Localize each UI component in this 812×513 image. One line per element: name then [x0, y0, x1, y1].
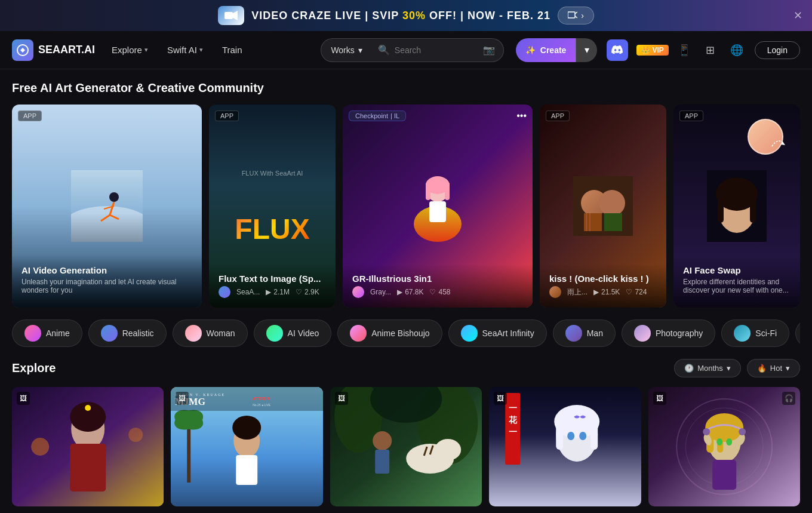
nav-train[interactable]: Train	[215, 41, 250, 59]
aivideo-thumb	[266, 325, 283, 342]
man-thumb	[565, 325, 582, 342]
hot-chevron-icon: ▾	[786, 364, 790, 373]
banner-video-icon	[218, 6, 244, 25]
category-woman[interactable]: Woman	[173, 320, 248, 347]
featured-card-2[interactable]: FLUX With SeaArt AI FLUX APP Flux Text t…	[209, 105, 336, 308]
card-5-overlay: AI Face Swap Explore different identitie…	[673, 256, 800, 308]
card-1-title: AI Video Generation	[21, 265, 192, 275]
translate-icon-button[interactable]: 🌐	[726, 39, 748, 61]
category-anime-bishoujo[interactable]: Anime Bishoujo	[337, 320, 442, 347]
card-2-avatar	[219, 286, 230, 298]
nav-swift-ai[interactable]: Swift AI ▾	[160, 41, 210, 59]
card-4-author: 雨上...	[567, 287, 588, 297]
search-icon: 🔍	[378, 44, 390, 56]
svg-point-84	[739, 428, 746, 435]
svg-text:No.25 ● LIVE: No.25 ● LIVE	[253, 403, 272, 407]
grid-icon-button[interactable]: ⊞	[700, 39, 721, 61]
search-input[interactable]	[395, 45, 478, 55]
card-3-menu[interactable]: •••	[516, 110, 527, 121]
hot-filter-button[interactable]: 🔥 Hot ▾	[747, 359, 800, 377]
svg-rect-15	[429, 201, 446, 222]
featured-card-3[interactable]: Checkpoint| IL ••• GR-Illustrious 3in1 G…	[343, 105, 533, 308]
card-3-avatar	[352, 286, 364, 298]
featured-card-5[interactable]: APP AI Face Swap Explore different ident…	[673, 105, 800, 308]
search-bar: Works ▾ 🔍 📷	[321, 38, 503, 62]
svg-point-70	[567, 432, 574, 440]
months-filter-button[interactable]: 🕐 Months ▾	[674, 359, 741, 377]
card-4-likes: ♡ 724	[626, 288, 647, 296]
card-3-author: Gray...	[370, 288, 391, 296]
swift-chevron-icon: ▾	[199, 46, 203, 54]
category-anime[interactable]: Anime	[12, 320, 82, 347]
works-chevron-icon: ▾	[358, 45, 362, 55]
explore-title: Explore	[12, 361, 56, 375]
svg-point-59	[373, 431, 392, 450]
category-landscape[interactable]: Landscape	[795, 320, 800, 347]
nav-explore[interactable]: Explore ▾	[104, 41, 155, 59]
mobile-icon-button[interactable]: 📱	[673, 39, 695, 61]
explore-grid: 🖼	[12, 387, 800, 506]
create-dropdown-button[interactable]: ▾	[576, 38, 597, 62]
explore-card-1[interactable]: 🖼	[12, 387, 164, 506]
svg-point-83	[703, 428, 710, 435]
explore-header: Explore 🕐 Months ▾ 🔥 Hot ▾	[12, 359, 800, 377]
card-2-stats: SeaA... ▶ 2.1M ♡ 2.9K	[219, 286, 326, 298]
card-3-badge: Checkpoint| IL	[349, 110, 406, 121]
svg-point-56	[435, 439, 461, 460]
anime2-thumb	[350, 325, 367, 342]
explore-card-4[interactable]: 一 花 一 🖼	[489, 387, 641, 506]
svg-rect-30	[750, 193, 756, 223]
svg-rect-45	[236, 455, 258, 485]
banner-close-button[interactable]: ✕	[793, 9, 802, 22]
vip-badge[interactable]: 👑 VIP	[636, 45, 668, 56]
svg-rect-40	[187, 423, 191, 483]
card-3-title: GR-Illustrious 3in1	[352, 274, 523, 284]
card-3-stats: Gray... ▶ 67.8K ♡ 458	[352, 286, 523, 298]
category-man[interactable]: Man	[553, 320, 616, 347]
explore-card-2[interactable]: BYRON V. KRUAGE MJMG ATTROR No.25 ● LIVE…	[171, 387, 322, 506]
card-1-badge: APP	[18, 110, 42, 121]
crown-icon: 👑	[641, 46, 650, 54]
camera-icon[interactable]: 📷	[483, 44, 495, 56]
svg-point-71	[579, 432, 586, 440]
explore-card-5[interactable]: 🎧 🖼	[648, 387, 800, 506]
card-5-title: AI Face Swap	[683, 265, 791, 275]
card-3-overlay: GR-Illustrious 3in1 Gray... ▶ 67.8K ♡ 45…	[343, 264, 533, 308]
card-2-likes: ♡ 2.9K	[296, 288, 319, 296]
banner-text: VIDEO CRAZE LIVE | SVIP 30% Off! | Now -…	[251, 10, 550, 22]
photo-thumb	[634, 325, 651, 342]
category-aivideo[interactable]: AI Video	[254, 320, 332, 347]
card-1-overlay: AI Video Generation Unleash your imagina…	[12, 256, 202, 308]
main-content: Free AI Art Generator & Creative Communi…	[0, 69, 812, 506]
card-4-plays: ▶ 21.5K	[593, 288, 620, 296]
svg-point-82	[726, 438, 732, 446]
featured-card-1[interactable]: APP AI Video Generation Unleash your ima…	[12, 105, 202, 308]
svg-point-81	[716, 438, 722, 446]
svg-point-7	[71, 206, 143, 242]
logo-text: SEAART.AI	[38, 44, 95, 56]
card-5-badge: APP	[679, 110, 703, 121]
category-realistic[interactable]: Realistic	[88, 320, 167, 347]
months-chevron-icon: ▾	[727, 364, 731, 373]
category-seaart-infinity[interactable]: SeaArt Infinity	[448, 320, 547, 347]
svg-text:一: 一	[509, 427, 517, 437]
clock-icon: 🕐	[684, 364, 694, 373]
category-photography[interactable]: Photography	[622, 320, 715, 347]
anime-thumb	[24, 325, 41, 342]
explore-card-3[interactable]: 🖼	[330, 387, 482, 506]
svg-rect-17	[426, 182, 430, 200]
create-button[interactable]: ✨ Create	[516, 38, 576, 62]
explore-filters: 🕐 Months ▾ 🔥 Hot ▾	[674, 359, 800, 377]
banner-cta-button[interactable]: ›	[558, 7, 594, 24]
svg-rect-18	[445, 182, 450, 200]
logo[interactable]: SEAART.AI	[12, 39, 95, 61]
category-scifi[interactable]: Sci-Fi	[721, 320, 789, 347]
works-dropdown[interactable]: Works ▾	[321, 38, 369, 62]
search-input-area: 🔍 📷	[370, 38, 504, 62]
ec2-icon: 🖼	[176, 392, 189, 405]
svg-rect-68	[556, 420, 563, 450]
login-button[interactable]: Login	[755, 41, 800, 59]
discord-button[interactable]	[607, 39, 628, 61]
featured-card-4[interactable]: APP kiss ! (One-click kiss ! ) 雨上... ▶ 2…	[540, 105, 666, 308]
svg-point-44	[233, 416, 262, 440]
